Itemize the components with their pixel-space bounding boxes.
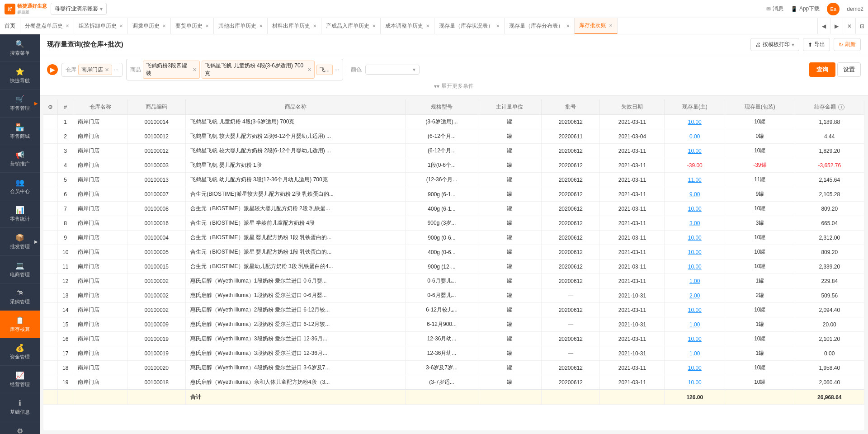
close-icon[interactable]: ✕ <box>313 24 316 28</box>
tab-close-all-btn[interactable]: ✕ <box>843 18 855 34</box>
cell-batch: 20200612 <box>542 202 600 216</box>
tab-yaohuo[interactable]: 要货单历史 ✕ <box>171 18 214 34</box>
tab-zuhe[interactable]: 组装拆卸单历史 ✕ <box>74 18 128 34</box>
cell-warehouse: 南岸门店 <box>73 144 127 158</box>
cell-unit: 罐 <box>478 317 542 332</box>
tab-xiancun1[interactable]: 现存量（库存状况表） ✕ <box>434 18 505 34</box>
cell-qty-main[interactable]: 1.00 <box>665 317 725 332</box>
cell-name: 惠氏启醇（Wyeth illuma）2段奶粉 爱尔兰进口 6-12月较... <box>186 317 406 332</box>
avatar[interactable]: Ea <box>827 3 840 15</box>
product-tag-more[interactable]: 飞... <box>316 65 333 75</box>
tab-maximize-btn[interactable]: ⊡ <box>855 18 868 34</box>
cell-qty-main[interactable]: 10.00 <box>665 259 725 274</box>
settings-btn[interactable]: 设置 <box>837 62 861 77</box>
close-icon[interactable]: ✕ <box>609 23 613 28</box>
cell-balance: 229.84 <box>795 274 864 288</box>
color-select[interactable]: ▾ <box>365 65 420 75</box>
cell-qty-main[interactable]: 10.00 <box>665 245 725 259</box>
table-row: 19 南岸门店 00100018 惠氏启醇（Wyeth illuma）亲和人体儿… <box>43 375 864 390</box>
close-icon[interactable]: ✕ <box>259 24 263 28</box>
cell-qty-main[interactable]: -39.00 <box>665 158 725 173</box>
cell-qty-main[interactable]: 10.00 <box>665 375 725 390</box>
tab-qtchuku[interactable]: 其他出库单历史 ✕ <box>214 18 268 34</box>
org-selector[interactable]: 母婴行业演示账套 ▾ <box>51 3 107 15</box>
export-btn[interactable]: ⬆ 导出 <box>803 38 830 51</box>
cell-qty-pkg: 3罐 <box>725 216 795 231</box>
cell-qty-main[interactable]: 10.00 <box>665 115 725 129</box>
col-settings[interactable]: ⚙ <box>43 99 58 115</box>
sidebar-item-mall[interactable]: 🏪 零售商城 <box>0 118 40 145</box>
cell-qty-main[interactable]: 0.00 <box>665 129 725 144</box>
sidebar-item-marketing[interactable]: 📢 营销推广 <box>0 145 40 173</box>
cell-qty-main[interactable]: 10.00 <box>665 332 725 346</box>
sidebar-item-system[interactable]: ⚙ 系统管理 <box>0 421 40 434</box>
table-row: 17 南岸门店 00100019 惠氏启醇（Wyeth illuma）3段奶粉 … <box>43 346 864 361</box>
sidebar-item-member[interactable]: 👥 会员中心 <box>0 173 40 200</box>
filter-toggle-btn[interactable]: ▶ <box>47 64 58 75</box>
close-icon[interactable]: ✕ <box>496 24 500 28</box>
sidebar-item-purchase[interactable]: 🛍 采购管理 <box>0 283 40 311</box>
sidebar-item-search[interactable]: 🔍 搜索菜单 <box>0 34 40 62</box>
sidebar-item-retail-stats[interactable]: 📊 零售统计 <box>0 200 40 228</box>
sidebar-item-inventory[interactable]: 📋 库存核算 <box>0 311 40 338</box>
close-icon[interactable]: ✕ <box>105 67 109 73</box>
cell-qty-main[interactable]: 10.00 <box>665 231 725 245</box>
tab-xiancun2[interactable]: 现存量（库存分布表） ✕ <box>505 18 575 34</box>
cell-qty-pkg: 10罐 <box>725 144 795 158</box>
tab-chenben[interactable]: 成本调整单历史 ✕ <box>381 18 434 34</box>
tab-chanpin[interactable]: 产成品入库单历史 ✕ <box>321 18 381 34</box>
close-icon[interactable]: ✕ <box>193 67 197 73</box>
close-icon[interactable]: ✕ <box>307 67 311 73</box>
cell-code: 00100012 <box>127 129 186 144</box>
cell-settings <box>43 245 58 259</box>
message-btn[interactable]: ✉ 消息 <box>766 5 783 13</box>
sidebar-item-basic[interactable]: ℹ 基础信息 <box>0 393 40 421</box>
tab-prev-btn[interactable]: ◀ <box>817 18 830 34</box>
close-icon[interactable]: ✕ <box>119 24 123 28</box>
cell-qty-main[interactable]: 10.00 <box>665 361 725 375</box>
col-batch: 批号 <box>542 99 600 115</box>
tab-diaob[interactable]: 调拨单历史 ✕ <box>128 18 171 34</box>
cell-qty-main[interactable]: 10.00 <box>665 144 725 158</box>
query-btn[interactable]: 查询 <box>809 62 835 77</box>
cell-qty-main[interactable]: 1.00 <box>665 274 725 288</box>
sidebar-item-ecommerce[interactable]: 💻 电商管理 <box>0 256 40 283</box>
tab-cailiao[interactable]: 材料出库单历史 ✕ <box>268 18 321 34</box>
tab-kucun-batch[interactable]: 库存批次账 ✕ <box>575 18 618 34</box>
sidebar-item-biz[interactable]: 📈 经营管理 <box>0 366 40 393</box>
cell-qty-main[interactable]: 2.00 <box>665 288 725 303</box>
box-icon: 📦 <box>15 233 24 242</box>
cell-qty-main[interactable]: 1.00 <box>665 346 725 361</box>
expand-filter-btn[interactable]: ▾▾ 展开更多条件 <box>47 80 861 92</box>
tab-home[interactable]: 首页 <box>0 18 20 34</box>
template-print-btn[interactable]: 🖨 按模板打印 ▾ <box>750 38 799 51</box>
cell-name: 飞鹤星飞帆 较大婴儿配方奶粉 2段(6-12个月婴幼儿适用) ... <box>186 129 406 144</box>
tab-next-btn[interactable]: ▶ <box>830 18 843 34</box>
close-icon[interactable]: ✕ <box>205 24 209 28</box>
close-icon[interactable]: ✕ <box>426 24 429 28</box>
close-icon[interactable]: ✕ <box>66 24 69 28</box>
info-icon[interactable]: i <box>838 104 844 110</box>
cell-qty-main[interactable]: 9.00 <box>665 187 725 202</box>
org-name: 母婴行业演示账套 <box>55 5 98 13</box>
cell-qty-main[interactable]: 10.00 <box>665 202 725 216</box>
product-filter[interactable]: 商品 飞鹤奶粉3段四罐装 ✕ 飞鹤星飞帆 儿童奶粉 4段(3-6岁适用) 700… <box>126 59 343 80</box>
dots-icon[interactable]: ··· <box>114 66 118 73</box>
dots-icon[interactable]: ··· <box>335 66 339 73</box>
sidebar-item-nav[interactable]: ⭐ 快捷导航 <box>0 62 40 90</box>
sidebar-item-wholesale[interactable]: 📦 批发管理 ▶ <box>0 228 40 255</box>
close-icon[interactable]: ✕ <box>372 24 376 28</box>
tab-fencai[interactable]: 分餐盘点单历史 ✕ <box>20 18 74 34</box>
cell-code: 00100016 <box>127 216 186 231</box>
close-icon[interactable]: ✕ <box>162 24 166 28</box>
cell-warehouse: 南岸门店 <box>73 288 127 303</box>
sidebar-item-retail-mgmt[interactable]: 🛒 零售管理 ▶ <box>0 90 40 117</box>
sidebar-item-finance[interactable]: 💰 资金管理 <box>0 338 40 366</box>
cell-qty-main[interactable]: 10.00 <box>665 303 725 317</box>
refresh-btn[interactable]: ↻ 刷新 <box>834 38 861 51</box>
cell-qty-main[interactable]: 11.00 <box>665 173 725 187</box>
close-icon[interactable]: ✕ <box>566 24 570 28</box>
app-download-btn[interactable]: 📱 App下载 <box>791 5 820 13</box>
warehouse-filter[interactable]: 仓库 南岸门店 ✕ ··· <box>61 63 123 77</box>
cell-qty-main[interactable]: 3.00 <box>665 216 725 231</box>
